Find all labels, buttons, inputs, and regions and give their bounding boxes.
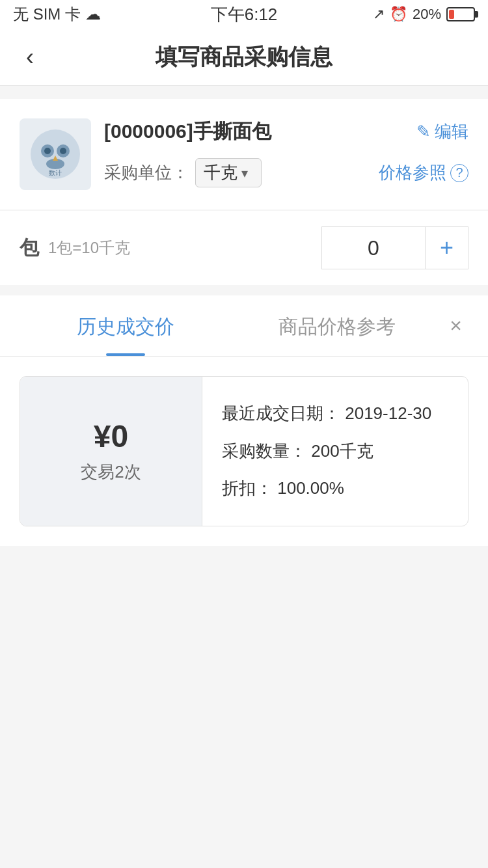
battery-percent: 20% (413, 6, 441, 23)
location-icon: ↗ (373, 6, 385, 23)
price-reference-button[interactable]: 价格参照 ? (379, 161, 468, 184)
unit-value: 千克 (204, 161, 237, 184)
status-left: 无 SIM 卡 ☁ (13, 4, 101, 25)
back-button[interactable]: ‹ (20, 37, 40, 77)
product-info: [0000006]手撕面包 ✎ 编辑 采购单位： 千克 ▾ 价格参照 ? (104, 118, 468, 187)
tab-history-price[interactable]: 历史成交价 (20, 295, 232, 356)
quantity-controls: + (321, 226, 468, 269)
product-unit-row: 采购单位： 千克 ▾ 价格参照 ? (104, 158, 468, 187)
trade-price-column: ¥0 交易2次 (20, 377, 202, 526)
purchase-quantity-value: 200千克 (311, 441, 373, 461)
recent-date-value: 2019-12-30 (345, 403, 431, 423)
tabs-header: 历史成交价 商品价格参考 × (0, 295, 488, 357)
recent-date-label: 最近成交日期： (222, 403, 340, 423)
recent-date-row: 最近成交日期： 2019-12-30 (222, 400, 448, 427)
edit-label: 编辑 (435, 120, 468, 143)
product-section: 数计 [0000006]手撕面包 ✎ 编辑 采购单位： 千克 ▾ 价格参照 ? (0, 99, 488, 210)
product-header: [0000006]手撕面包 ✎ 编辑 (104, 118, 468, 145)
unit-label: 采购单位： (104, 161, 189, 184)
edit-button[interactable]: ✎ 编辑 (416, 120, 468, 143)
status-bar: 无 SIM 卡 ☁ 下午6:12 ↗ ⏰ 20% (0, 0, 488, 29)
svg-point-4 (60, 148, 66, 154)
help-icon: ? (450, 164, 468, 182)
unit-select-dropdown[interactable]: 千克 ▾ (195, 158, 262, 187)
close-panel-button[interactable]: × (443, 307, 468, 344)
product-thumbnail: 数计 (20, 118, 91, 190)
page-title: 填写商品采购信息 (156, 42, 332, 72)
unit-equivalence: 1包=10千克 (48, 237, 130, 258)
trade-price-value: ¥0 (94, 418, 128, 454)
trade-history-card: ¥0 交易2次 最近成交日期： 2019-12-30 采购数量： 200千克 折… (20, 376, 468, 526)
battery-icon (446, 7, 475, 21)
purchase-quantity-row: 采购数量： 200千克 (222, 438, 448, 465)
purchase-quantity-label: 采购数量： (222, 441, 306, 461)
product-image: 数计 (29, 128, 81, 180)
discount-row: 折扣： 100.00% (222, 475, 448, 502)
quantity-unit-label: 包 1包=10千克 (20, 235, 130, 262)
quantity-section: 包 1包=10千克 + (0, 211, 488, 285)
svg-point-3 (44, 148, 51, 154)
discount-label: 折扣： (222, 478, 273, 498)
sim-label: 无 SIM 卡 ☁ (13, 4, 101, 25)
discount-value: 100.00% (277, 478, 344, 498)
status-time: 下午6:12 (211, 3, 278, 26)
status-right: ↗ ⏰ 20% (373, 6, 475, 23)
quantity-input[interactable] (321, 226, 426, 269)
price-ref-label: 价格参照 (379, 161, 446, 184)
alarm-icon: ⏰ (390, 6, 407, 23)
quantity-plus-button[interactable]: + (426, 226, 468, 269)
trade-count-label: 交易2次 (81, 461, 141, 483)
product-name: [0000006]手撕面包 (104, 118, 271, 145)
nav-bar: ‹ 填写商品采购信息 (0, 29, 488, 86)
dropdown-arrow-icon: ▾ (241, 165, 248, 181)
tabs-section: 历史成交价 商品价格参考 × ¥0 交易2次 最近成交日期： 2019-12-3… (0, 295, 488, 546)
unit-icon-label: 包 (20, 235, 39, 262)
tab-price-reference[interactable]: 商品价格参考 (232, 295, 444, 356)
tab-content-history: ¥0 交易2次 最近成交日期： 2019-12-30 采购数量： 200千克 折… (0, 357, 488, 546)
edit-icon: ✎ (416, 122, 431, 142)
trade-detail-column: 最近成交日期： 2019-12-30 采购数量： 200千克 折扣： 100.0… (202, 377, 468, 526)
svg-text:数计: 数计 (49, 169, 62, 176)
